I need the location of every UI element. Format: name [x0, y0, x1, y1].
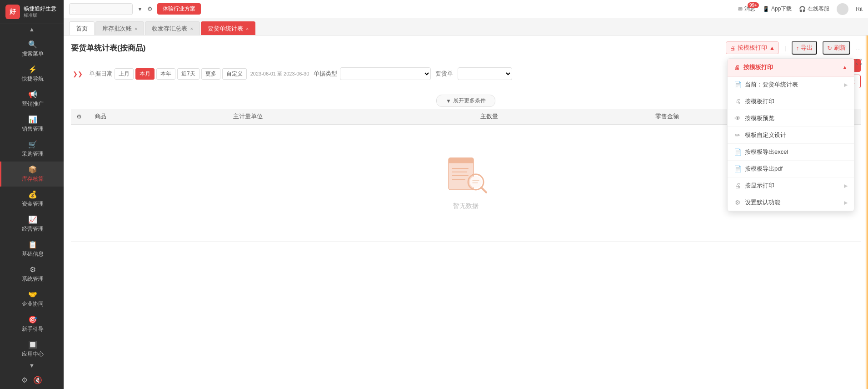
sidebar-item-basic[interactable]: 📋 基础信息	[0, 237, 64, 262]
tab-home[interactable]: 首页	[69, 21, 95, 35]
trial-industry-button[interactable]: 体验行业方案	[157, 3, 201, 15]
expand-more-icon: ▼	[446, 98, 451, 104]
dropdown-current-template[interactable]: 📄 当前：要货单统计表 ▶	[728, 76, 854, 93]
sidebar: 好 畅捷通好生意 标准版 ▲ 🔍 搜索菜单 ⚡ 快捷导航 📢 营销推广 📊 销售…	[0, 0, 64, 389]
print-icon: 🖨	[730, 45, 736, 51]
current-template-icon: 📄	[734, 81, 741, 88]
empty-text: 暂无数据	[453, 202, 479, 210]
svg-rect-2	[449, 162, 474, 163]
print-dropdown-collapse-arrow[interactable]: ▲	[842, 64, 848, 71]
finance-icon: 💰	[28, 190, 37, 199]
export-excel-icon: 📄	[734, 148, 741, 156]
sidebar-item-purchase[interactable]: 🛒 采购管理	[0, 136, 64, 162]
display-print-arrow: ▶	[844, 183, 848, 189]
operation-icon: 📈	[28, 215, 37, 224]
sidebar-item-search[interactable]: 🔍 搜索菜单	[0, 36, 64, 61]
topbar: ▼ ⚙ 体验行业方案 ✉ 消息 99+ 📱 App下载 🎧 在线客服 Rit	[64, 0, 868, 18]
dropdown-set-default[interactable]: ⚙ 设置默认功能 ▶	[728, 194, 854, 211]
enterprise-icon: 🤝	[28, 290, 37, 299]
quick-nav-icon: ⚡	[28, 65, 37, 74]
col-product: 商品	[89, 109, 228, 125]
sales-icon: 📊	[28, 115, 37, 124]
window-maximize-button[interactable]: ⛶	[853, 56, 864, 67]
svg-line-9	[481, 187, 486, 192]
mute-footer-icon[interactable]: 🔇	[33, 376, 42, 384]
print-dropdown-arrow: ▲	[769, 45, 775, 51]
print-dropdown-header[interactable]: 🖨 按模板打印 ▲	[728, 59, 854, 76]
dropdown-export-excel[interactable]: 📄 按模板导出excel	[728, 144, 854, 161]
bill-type-select[interactable]	[340, 67, 431, 80]
topbar-search-input[interactable]	[69, 3, 133, 15]
app-download-button[interactable]: 📱 App下载	[763, 5, 792, 13]
tab-close-order-stats[interactable]: ×	[246, 26, 249, 31]
settings-footer-icon[interactable]: ⚙	[21, 376, 28, 384]
dropdown-export-pdf[interactable]: 📄 按模板导出pdf	[728, 161, 854, 177]
sidebar-item-sales[interactable]: 📊 销售管理	[0, 111, 64, 136]
topbar-right: ✉ 消息 99+ 📱 App下载 🎧 在线客服 Rit	[738, 3, 863, 15]
online-service-button[interactable]: 🎧 在线客服	[799, 5, 829, 13]
sidebar-item-enterprise[interactable]: 🤝 企业协同	[0, 287, 64, 312]
template-print-icon: 🖨	[734, 98, 741, 105]
print-dropdown-panel: 🖨 按模板打印 ▲ 📄 当前：要货单统计表 ▶ 🖨 按模板打印 👁	[727, 58, 854, 212]
empty-state-icon	[443, 156, 489, 197]
col-unit: 主计量单位	[228, 109, 475, 125]
dropdown-display-print[interactable]: 🖨 按显示打印 ▶	[728, 177, 854, 194]
order-goods-filter-label: 要货单	[435, 70, 453, 78]
dropdown-template-print[interactable]: 🖨 按模板打印	[728, 93, 854, 110]
col-quantity: 主数量	[475, 109, 650, 125]
sidebar-item-inventory[interactable]: 📦 库存核算	[0, 162, 64, 187]
inventory-icon: 📦	[28, 165, 37, 174]
topbar-gear-icon[interactable]: ⚙	[147, 5, 153, 12]
date-filter: 单据日期 上月 本月 本年 近7天 更多 自定义 2023-06-01 至 20…	[89, 68, 309, 80]
sidebar-scroll-down[interactable]: ▼	[0, 360, 64, 371]
tab-receipt-summary[interactable]: 收发存汇总表 ×	[145, 21, 200, 35]
filter-expand-icon-button[interactable]: ❯❯	[71, 69, 85, 79]
print-template-button[interactable]: 🖨 按模板打印 ▲	[726, 41, 779, 54]
dropdown-template-custom[interactable]: ✏ 模板自定义设计	[728, 127, 854, 144]
date-range-display: 2023-06-01 至 2023-06-30	[250, 71, 309, 77]
tabbar: 首页 库存批次账 × 收发存汇总表 × 要货单统计表 ×	[64, 18, 868, 35]
tab-close-inventory-batch[interactable]: ×	[135, 26, 137, 31]
app-logo-icon: 好	[5, 5, 20, 19]
expand-more-conditions-button[interactable]: ▼ 展开更多条件	[436, 95, 495, 107]
page-title: 要货单统计表(按商品)	[71, 43, 145, 53]
messages-button[interactable]: ✉ 消息 99+	[738, 5, 755, 13]
resize-handle[interactable]	[865, 35, 868, 389]
bill-type-filter: 单据类型	[314, 67, 431, 80]
svg-point-8	[470, 176, 482, 188]
service-icon: 🎧	[799, 6, 806, 12]
date-prev-month-button[interactable]: 上月	[115, 68, 134, 80]
sidebar-item-operation[interactable]: 📈 经营管理	[0, 212, 64, 237]
message-icon: ✉	[738, 6, 743, 12]
order-goods-select[interactable]	[458, 67, 512, 80]
sidebar-item-marketing[interactable]: 📢 营销推广	[0, 86, 64, 111]
export-button[interactable]: ↑ 导出	[792, 41, 818, 55]
sidebar-item-apps[interactable]: 🔲 应用中心	[0, 337, 64, 360]
date-current-year-button[interactable]: 本年	[156, 68, 175, 80]
sidebar-item-quick-nav[interactable]: ⚡ 快捷导航	[0, 61, 64, 86]
apps-icon: 🔲	[28, 340, 37, 349]
tab-inventory-batch[interactable]: 库存批次账 ×	[95, 21, 144, 35]
tab-close-receipt-summary[interactable]: ×	[190, 26, 193, 31]
marketing-icon: 📢	[28, 90, 37, 99]
date-current-month-button[interactable]: 本月	[135, 68, 155, 80]
date-custom-button[interactable]: 自定义	[222, 68, 247, 80]
sidebar-item-finance[interactable]: 💰 资金管理	[0, 187, 64, 212]
date-more-button[interactable]: 更多	[201, 68, 220, 80]
sidebar-item-system[interactable]: ⚙ 系统管理	[0, 262, 64, 287]
sidebar-footer: ⚙ 🔇	[0, 371, 64, 389]
tab-order-stats[interactable]: 要货单统计表 ×	[201, 21, 255, 35]
template-preview-icon: 👁	[734, 115, 741, 122]
topbar-dropdown-arrow[interactable]: ▼	[137, 6, 143, 12]
sidebar-scroll-up[interactable]: ▲	[0, 24, 64, 35]
date-last-7-days-button[interactable]: 近7天	[177, 68, 200, 80]
display-print-icon: 🖨	[734, 182, 741, 189]
dropdown-template-preview[interactable]: 👁 按模板预览	[728, 110, 854, 127]
user-avatar[interactable]	[837, 3, 848, 15]
basic-icon: 📋	[28, 240, 37, 249]
sidebar-logo: 好 畅捷通好生意 标准版	[0, 0, 64, 24]
set-default-arrow: ▶	[844, 200, 848, 206]
sidebar-item-guide[interactable]: 🎯 新手引导	[0, 312, 64, 337]
purchase-icon: 🛒	[28, 140, 37, 149]
col-settings[interactable]: ⚙	[71, 109, 89, 125]
